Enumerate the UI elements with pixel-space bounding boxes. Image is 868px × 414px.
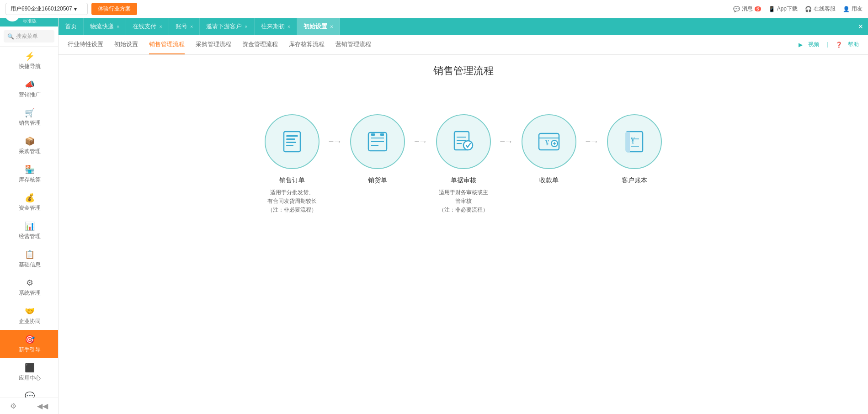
sidebar-item-label: 库存核算 (19, 176, 41, 184)
nav-tab-init[interactable]: 初始设置 × (297, 18, 340, 35)
sidebar-item-jichuxinxi[interactable]: 📋 基础信息 (0, 245, 58, 273)
search-input-area[interactable]: 🔍 搜索菜单 (4, 30, 54, 42)
svg-text:¥: ¥ (631, 136, 635, 145)
payment-icon: ¥ (536, 129, 562, 154)
help-icon: ❓ (836, 42, 842, 48)
sidebar-item-label: 企业协同 (19, 318, 41, 325)
sidebar-nav: ⚡ 快捷导航 📣 营销推广 🛒 销售管理 📦 采购管理 🏪 库存核算 💰 资金管… (0, 47, 58, 398)
sidebar-item-yingyongzhongxin[interactable]: ⬛ 应用中心 (0, 358, 58, 387)
close-icon[interactable]: × (330, 24, 333, 29)
sub-tab-sales-flow[interactable]: 销售管理流程 (149, 35, 185, 54)
sub-tab-label: 库存核算流程 (289, 40, 325, 48)
svg-rect-10 (380, 133, 384, 136)
sidebar-item-xinshouyindao[interactable]: 🎯 新手引导 (0, 330, 58, 358)
sidebar-item-zijinguanli[interactable]: 💰 资金管理 (0, 188, 58, 217)
sidebar-item-label: 基础信息 (19, 261, 41, 269)
chevron-icon: ▾ (74, 6, 77, 12)
help-label[interactable]: 帮助 (848, 41, 859, 48)
sub-tab-label: 销售管理流程 (149, 40, 185, 48)
sidebar-item-kuaijiedaohang[interactable]: ⚡ 快捷导航 (0, 47, 58, 75)
video-label[interactable]: 视频 (808, 41, 819, 48)
headset-icon: 🎧 (805, 6, 812, 12)
nav-icon: 📣 (25, 80, 35, 90)
collapse-icon[interactable]: ◀◀ (37, 402, 48, 410)
video-help-icon: ▶ (799, 42, 803, 48)
nav-icon: 🛒 (25, 108, 35, 118)
sub-tab-purchase-flow[interactable]: 采购管理流程 (196, 35, 231, 54)
nav-icon: 🤝 (25, 306, 35, 316)
close-icon[interactable]: × (159, 24, 162, 29)
flow-step-desc: 适用于分批发货、有合同发货周期较长（注：非必要流程） (267, 188, 317, 215)
nav-icon: 📊 (25, 221, 35, 231)
nav-tab-period[interactable]: 往来期初 × (255, 18, 297, 35)
svg-rect-9 (371, 133, 375, 136)
audit-icon (451, 129, 476, 154)
sidebar-item-xitongguanli[interactable]: ⚙ 系统管理 (0, 273, 58, 302)
close-icon[interactable]: × (245, 24, 247, 29)
sidebar-item-label: 营销推广 (19, 91, 41, 99)
sub-tab-label: 初始设置 (114, 40, 138, 48)
nav-tab-label: 往来期初 (261, 22, 285, 31)
message-badge: 6 (755, 6, 761, 11)
user-selector[interactable]: 用户690企业1660120507 ▾ (5, 3, 88, 15)
svg-rect-2 (286, 138, 295, 140)
nav-tabs-close-all[interactable]: ✕ (853, 23, 868, 30)
flow-step-delivery: 销货单 (336, 114, 419, 188)
search-label: 搜索菜单 (16, 32, 38, 40)
nav-tab-account[interactable]: 账号 × (169, 18, 200, 35)
sidebar-item-label: 应用中心 (19, 374, 41, 382)
svg-point-15 (463, 141, 473, 150)
nav-icon: 📋 (25, 249, 35, 260)
sub-tab-finance-flow[interactable]: 资金管理流程 (242, 35, 278, 54)
sub-tab-label: 行业特性设置 (68, 40, 103, 48)
trial-button[interactable]: 体验行业方案 (91, 3, 137, 15)
close-icon[interactable]: × (190, 24, 193, 29)
sidebar-item-kucunhesuan[interactable]: 🏪 库存核算 (0, 160, 58, 188)
nav-tab-payment[interactable]: 在线支付 × (126, 18, 169, 35)
sub-tabs-help: ▶ 视频 ｜ ❓ 帮助 (799, 41, 859, 48)
svg-rect-18 (539, 133, 559, 150)
svg-rect-25 (626, 132, 630, 152)
sidebar-item-xiaoshouguanli[interactable]: 🛒 销售管理 (0, 103, 58, 132)
flow-step-account: ¥ 客户账本 (593, 114, 676, 188)
user-name: 用友 (852, 5, 863, 13)
close-icon[interactable]: × (288, 24, 290, 29)
sidebar-item-jingyingguanli[interactable]: 📊 经营管理 (0, 217, 58, 245)
close-icon[interactable]: × (117, 24, 119, 29)
sidebar-item-label: 新手引导 (19, 346, 41, 354)
sidebar-item-qiyexietong[interactable]: 🤝 企业协同 (0, 302, 58, 330)
sidebar-item-label: 采购管理 (19, 148, 41, 155)
nav-tabs-bar: 首页 物流快递 × 在线支付 × 账号 × 邀请下游客户 × 往来期初 × 初始… (59, 18, 868, 35)
nav-tab-label: 初始设置 (304, 22, 327, 31)
nav-tab-label: 邀请下游客户 (206, 22, 242, 31)
message-item[interactable]: 💬 消息 6 (733, 5, 761, 13)
app-label: App下载 (777, 5, 798, 13)
nav-icon: 📦 (25, 136, 35, 146)
content-area: 销售管理流程 销售订单 适用于分批发货、有合同发货周期较长（注：非必要流程） (59, 55, 868, 414)
sub-tab-inventory-flow[interactable]: 库存核算流程 (289, 35, 325, 54)
flow-step-label: 客户账本 (622, 176, 647, 185)
nav-tab-invite[interactable]: 邀请下游客户 × (200, 18, 254, 35)
settings-icon[interactable]: ⚙ (10, 402, 16, 410)
flow-circle-audit (436, 114, 491, 169)
customer-service-item[interactable]: 🎧 在线客服 (805, 5, 836, 13)
nav-tab-home[interactable]: 首页 (59, 18, 84, 35)
nav-tab-label: 物流快递 (90, 22, 114, 31)
message-label: 消息 (742, 5, 753, 13)
sidebar-item-yingxiaotuguan[interactable]: 📣 营销推广 (0, 75, 58, 103)
sidebar-search[interactable]: 🔍 搜索菜单 (0, 27, 58, 47)
logo-subtitle: 标准版 (23, 18, 53, 24)
sub-tab-init[interactable]: 初始设置 (114, 35, 138, 54)
sidebar-item-caigouguanli[interactable]: 📦 采购管理 (0, 132, 58, 160)
user-item[interactable]: 👤 用友 (843, 5, 863, 13)
sub-tabs-bar: 行业特性设置 初始设置 销售管理流程 采购管理流程 资金管理流程 库存核算流程 … (59, 35, 868, 55)
nav-tab-logistics[interactable]: 物流快递 × (84, 18, 126, 35)
sub-tab-marketing-flow[interactable]: 营销管理流程 (335, 35, 371, 54)
sidebar-item-qiyeweixin[interactable]: 💬 企业微信 (0, 387, 58, 398)
message-icon: 💬 (733, 6, 740, 12)
app-download-item[interactable]: 📱 App下载 (768, 5, 798, 13)
flow-circle-delivery (350, 114, 405, 169)
sidebar: 🐯 畅康通好生意 标准版 🔍 搜索菜单 ⚡ 快捷导航 📣 营销推广 🛒 销售管理… (0, 0, 59, 414)
sub-tab-industry[interactable]: 行业特性设置 (68, 35, 103, 54)
header-left: 用户690企业1660120507 ▾ 体验行业方案 (5, 3, 137, 15)
